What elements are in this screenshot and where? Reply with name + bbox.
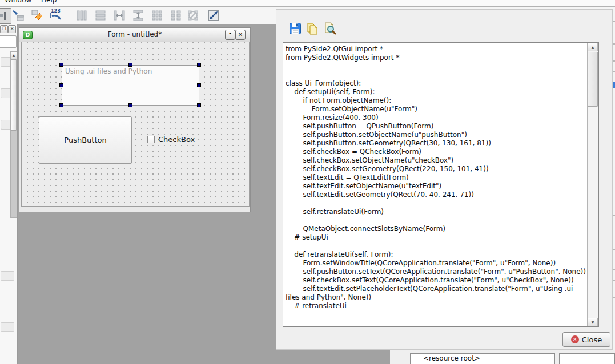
pushbutton-label: PushButton [64, 136, 106, 144]
layout-grid-button[interactable] [150, 8, 164, 23]
break-layout-button[interactable] [186, 8, 200, 23]
layout-horizontal-icon [75, 9, 89, 22]
copy-code-button[interactable] [305, 21, 320, 36]
menu-help[interactable]: Help [41, 0, 57, 4]
form-checkbox-widget[interactable]: CheckBox [147, 128, 205, 151]
dock-close-button[interactable]: ✕ [8, 25, 16, 33]
widget-filter-input[interactable] [0, 35, 17, 48]
form-window-title: Form - untitled* [19, 30, 250, 38]
selection-handle-mid-left[interactable] [59, 83, 63, 87]
edit-buddies-button[interactable] [30, 8, 45, 23]
form-textedit-widget[interactable]: Using .ui files and Python [62, 65, 199, 106]
close-dialog-button[interactable]: ✕ Close [562, 332, 610, 347]
layout-vertical-icon [94, 9, 107, 22]
adjust-size-button[interactable] [206, 8, 221, 23]
generated-code-view[interactable]: from PySide2.QtGui import * from PySide2… [283, 42, 599, 327]
edit-signals-slots-button[interactable] [10, 8, 25, 23]
code-scroll-up-icon[interactable]: ▲ [588, 43, 598, 51]
toolbar-separator [70, 9, 71, 22]
layout-form-icon [169, 9, 183, 22]
selection-handle-bottom-center[interactable] [128, 103, 132, 107]
property-editor-sliver [613, 9, 615, 350]
tab-order-icon: 123 [50, 9, 63, 22]
close-circle-icon: ✕ [571, 335, 579, 343]
selection-handle-bottom-right[interactable] [197, 103, 201, 107]
qt-designer-screen: Window Help [0, 0, 615, 364]
layout-split-horizontal-icon [112, 9, 126, 22]
menu-bar: Window Help [0, 0, 615, 7]
close-button-label: Close [582, 335, 602, 344]
edit-widgets-button[interactable] [0, 8, 11, 24]
widget-box-item[interactable] [1, 271, 14, 281]
layout-horizontal-button[interactable] [74, 8, 89, 23]
code-text[interactable]: from PySide2.QtGui import * from PySide2… [283, 43, 588, 326]
menu-window[interactable]: Window [5, 0, 31, 4]
property-selected-row-sliver [613, 82, 615, 88]
selection-handle-top-center[interactable] [128, 63, 132, 67]
selection-handle-mid-right[interactable] [197, 83, 201, 87]
selection-handle-top-right[interactable] [197, 63, 201, 67]
layout-vertical-button[interactable] [93, 8, 108, 23]
edit-widgets-icon [0, 11, 9, 21]
edit-tab-order-button[interactable]: 123 [49, 8, 64, 23]
form-close-button[interactable]: ✕ [235, 30, 246, 40]
save-code-button[interactable] [288, 21, 303, 36]
code-scroll-down-icon[interactable]: ▼ [588, 318, 598, 326]
layout-split-vertical-icon [131, 9, 145, 22]
widget-box-panel: ❐ ✕ ▲ [0, 24, 18, 364]
layout-grid-icon [150, 9, 164, 22]
form-editor-window: D Form - untitled* - ✕ Using .ui files a… [19, 27, 251, 212]
layout-form-button[interactable] [168, 8, 183, 23]
widget-box-item[interactable] [1, 322, 14, 332]
layout-split-horizontal-button[interactable] [112, 8, 127, 23]
code-scroll-thumb[interactable] [588, 52, 598, 107]
resource-side-pane[interactable] [559, 353, 615, 364]
code-preview-dialog: from PySide2.QtGui import * from PySide2… [276, 9, 613, 350]
checkbox-indicator[interactable] [147, 136, 155, 143]
resource-browser-panel: <resource root> [390, 350, 615, 364]
layout-split-vertical-button[interactable] [131, 8, 146, 23]
find-icon [323, 22, 337, 35]
selection-handle-top-left[interactable] [59, 63, 63, 67]
checkbox-label: CheckBox [158, 135, 195, 144]
break-layout-icon [186, 9, 200, 22]
selection-handle-bottom-left[interactable] [59, 103, 63, 107]
dock-float-button[interactable]: ❐ [0, 25, 8, 33]
code-scrollbar[interactable]: ▲ ▼ [587, 43, 598, 326]
widget-box-scroll-thumb[interactable] [11, 59, 17, 131]
signals-slots-icon [11, 9, 25, 22]
form-canvas[interactable]: Using .ui files and Python PushButton Ch… [21, 42, 250, 207]
adjust-size-icon [207, 9, 220, 22]
save-icon [289, 22, 302, 35]
form-window-titlebar[interactable]: D Form - untitled* - ✕ [19, 28, 250, 42]
widget-box-scrollbar[interactable]: ▲ [10, 51, 17, 218]
copy-icon [306, 22, 319, 35]
find-in-code-button[interactable] [323, 21, 337, 36]
scroll-up-icon[interactable]: ▲ [11, 52, 17, 59]
form-minimize-button[interactable]: - [225, 30, 235, 40]
form-pushbutton-widget[interactable]: PushButton [39, 116, 132, 164]
resource-root-item[interactable]: <resource root> [410, 353, 555, 364]
buddy-tag-icon [30, 9, 44, 22]
